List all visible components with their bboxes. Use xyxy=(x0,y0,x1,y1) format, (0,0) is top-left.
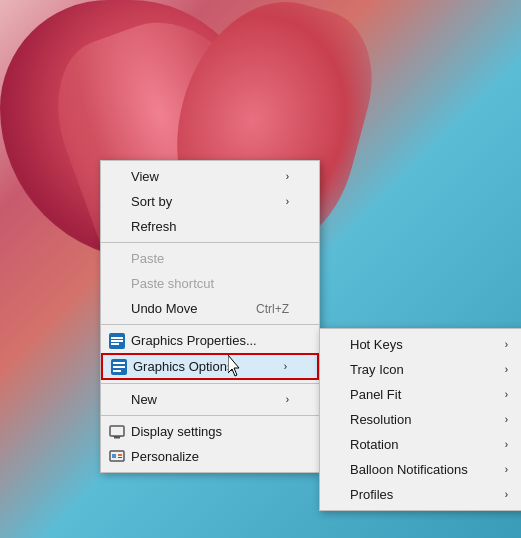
separator-1 xyxy=(101,242,319,243)
submenu-item-rotation[interactable]: Rotation › xyxy=(320,432,521,457)
svg-rect-3 xyxy=(111,343,119,345)
svg-rect-8 xyxy=(110,426,124,436)
profiles-label: Profiles xyxy=(350,487,393,502)
undo-move-shortcut: Ctrl+Z xyxy=(226,302,289,316)
display-settings-icon xyxy=(107,424,127,440)
balloon-notifications-label: Balloon Notifications xyxy=(350,462,468,477)
resolution-label: Resolution xyxy=(350,412,411,427)
balloon-notifications-arrow: › xyxy=(485,464,508,475)
svg-rect-13 xyxy=(118,454,122,456)
menu-item-graphics-options[interactable]: Graphics Options › xyxy=(101,353,319,380)
graphics-properties-icon xyxy=(107,333,127,349)
svg-rect-14 xyxy=(118,457,122,458)
personalize-icon xyxy=(107,449,127,465)
separator-3 xyxy=(101,383,319,384)
svg-rect-1 xyxy=(111,337,123,339)
svg-rect-5 xyxy=(113,362,125,364)
menu-item-sort-by[interactable]: Sort by › xyxy=(101,189,319,214)
tray-icon-label: Tray Icon xyxy=(350,362,404,377)
paste-shortcut-label: Paste shortcut xyxy=(131,276,214,291)
undo-move-label: Undo Move xyxy=(131,301,197,316)
graphics-options-icon xyxy=(109,359,129,375)
hot-keys-arrow: › xyxy=(485,339,508,350)
menu-item-new[interactable]: New › xyxy=(101,387,319,412)
panel-fit-arrow: › xyxy=(485,389,508,400)
submenu-item-resolution[interactable]: Resolution › xyxy=(320,407,521,432)
menu-item-paste-shortcut[interactable]: Paste shortcut xyxy=(101,271,319,296)
separator-4 xyxy=(101,415,319,416)
rotation-label: Rotation xyxy=(350,437,398,452)
menu-item-graphics-properties[interactable]: Graphics Properties... xyxy=(101,328,319,353)
submenu-item-hot-keys[interactable]: Hot Keys › xyxy=(320,332,521,357)
submenu-item-balloon-notifications[interactable]: Balloon Notifications › xyxy=(320,457,521,482)
personalize-label: Personalize xyxy=(131,449,199,464)
menu-item-view[interactable]: View › xyxy=(101,164,319,189)
view-arrow: › xyxy=(266,171,289,182)
view-label: View xyxy=(131,169,159,184)
paste-label: Paste xyxy=(131,251,164,266)
graphics-options-label: Graphics Options xyxy=(133,359,233,374)
submenu-item-panel-fit[interactable]: Panel Fit › xyxy=(320,382,521,407)
menu-item-undo-move[interactable]: Undo Move Ctrl+Z xyxy=(101,296,319,321)
svg-rect-7 xyxy=(113,370,121,372)
menu-item-paste[interactable]: Paste xyxy=(101,246,319,271)
svg-rect-12 xyxy=(112,454,116,458)
hot-keys-label: Hot Keys xyxy=(350,337,403,352)
svg-rect-10 xyxy=(113,436,121,437)
separator-2 xyxy=(101,324,319,325)
sort-by-label: Sort by xyxy=(131,194,172,209)
svg-rect-9 xyxy=(114,437,120,439)
menu-item-refresh[interactable]: Refresh xyxy=(101,214,319,239)
resolution-arrow: › xyxy=(485,414,508,425)
sort-by-arrow: › xyxy=(266,196,289,207)
graphics-properties-label: Graphics Properties... xyxy=(131,333,257,348)
submenu-item-tray-icon[interactable]: Tray Icon › xyxy=(320,357,521,382)
new-label: New xyxy=(131,392,157,407)
main-context-menu: View › Sort by › Refresh Paste Paste sho… xyxy=(100,160,320,473)
tray-icon-arrow: › xyxy=(485,364,508,375)
menu-item-personalize[interactable]: Personalize xyxy=(101,444,319,469)
submenu-item-profiles[interactable]: Profiles › xyxy=(320,482,521,507)
svg-rect-2 xyxy=(111,340,123,342)
display-settings-label: Display settings xyxy=(131,424,222,439)
graphics-options-arrow: › xyxy=(264,361,287,372)
refresh-label: Refresh xyxy=(131,219,177,234)
profiles-arrow: › xyxy=(485,489,508,500)
menu-item-display-settings[interactable]: Display settings xyxy=(101,419,319,444)
graphics-options-submenu: Hot Keys › Tray Icon › Panel Fit › Resol… xyxy=(319,328,521,511)
rotation-arrow: › xyxy=(485,439,508,450)
panel-fit-label: Panel Fit xyxy=(350,387,401,402)
svg-rect-6 xyxy=(113,366,125,368)
new-arrow: › xyxy=(266,394,289,405)
